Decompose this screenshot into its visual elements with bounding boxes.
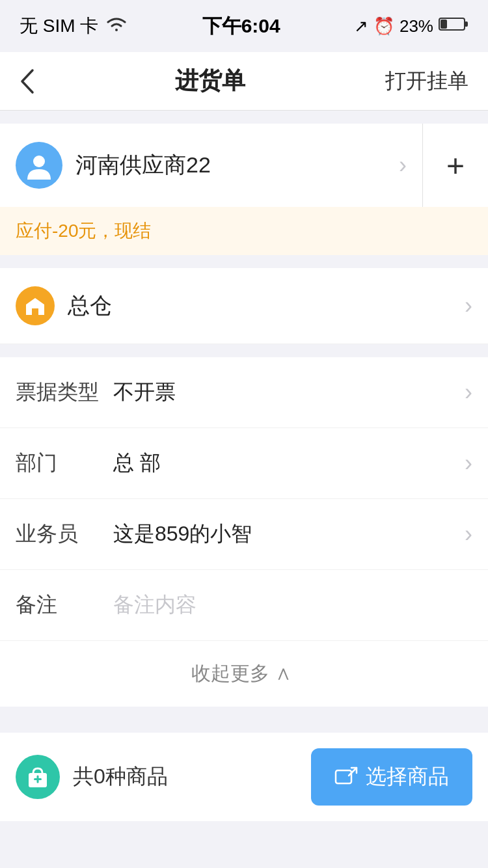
warehouse-name: 总仓 — [68, 291, 458, 321]
battery-icon — [439, 16, 468, 36]
status-bar: 无 SIM 卡 下午6:04 ↗ ⏰ 23% — [0, 0, 488, 52]
svg-rect-4 — [32, 308, 38, 315]
supplier-chevron-icon: › — [399, 152, 407, 179]
select-product-label: 选择商品 — [366, 763, 449, 791]
notice-bar: 应付-20元，现结 — [0, 207, 488, 255]
remark-row[interactable]: 备注 备注内容 — [0, 570, 488, 640]
department-label: 部门 — [16, 449, 113, 478]
status-time: 下午6:04 — [202, 13, 280, 40]
invoice-type-row[interactable]: 票据类型 不开票 › — [0, 357, 488, 428]
gap-3 — [0, 344, 488, 357]
warehouse-selector[interactable]: 总仓 › — [0, 268, 488, 344]
department-value: 总 部 — [113, 449, 458, 478]
select-product-button[interactable]: 选择商品 — [311, 748, 472, 806]
location-icon: ↗ — [354, 16, 368, 36]
supplier-name: 河南供应商22 — [75, 150, 392, 180]
salesperson-value: 这是859的小智 — [113, 520, 458, 549]
svg-rect-2 — [441, 20, 447, 29]
open-pending-button[interactable]: 打开挂单 — [385, 67, 468, 96]
invoice-type-value: 不开票 — [113, 378, 458, 407]
invoice-type-chevron-icon: › — [465, 379, 472, 406]
product-count-text: 共0种商品 — [73, 763, 311, 791]
supplier-selector[interactable]: 河南供应商22 › — [0, 124, 423, 207]
gap-4 — [0, 707, 488, 720]
svg-point-3 — [33, 156, 45, 167]
battery-text: 23% — [400, 16, 433, 36]
department-chevron-icon: › — [465, 450, 472, 477]
status-left: 无 SIM 卡 — [20, 14, 128, 38]
warehouse-chevron-icon: › — [465, 292, 472, 319]
collapse-button[interactable]: 收起更多 ∧ — [0, 640, 488, 707]
svg-rect-7 — [37, 776, 39, 783]
remark-value: 备注内容 — [113, 591, 472, 619]
carrier-text: 无 SIM 卡 — [20, 14, 98, 38]
svg-rect-1 — [465, 21, 468, 27]
warehouse-icon — [16, 286, 55, 325]
bottom-bar: 共0种商品 选择商品 — [0, 733, 488, 821]
remark-label: 备注 — [16, 591, 113, 619]
form-section: 票据类型 不开票 › 部门 总 部 › 业务员 这是859的小智 › 备注 备注… — [0, 357, 488, 640]
back-button[interactable] — [20, 68, 35, 95]
salesperson-chevron-icon: › — [465, 521, 472, 548]
add-supplier-button[interactable]: + — [423, 124, 488, 207]
invoice-type-label: 票据类型 — [16, 378, 113, 407]
wifi-icon — [105, 16, 128, 37]
supplier-section: 河南供应商22 › + — [0, 124, 488, 207]
supplier-avatar — [16, 142, 62, 189]
gap-1 — [0, 111, 488, 124]
salesperson-row[interactable]: 业务员 这是859的小智 › — [0, 499, 488, 570]
status-right: ↗ ⏰ 23% — [354, 16, 468, 36]
salesperson-label: 业务员 — [16, 520, 113, 549]
product-icon — [16, 755, 60, 799]
notice-text: 应付-20元，现结 — [16, 221, 151, 241]
alarm-icon: ⏰ — [373, 16, 394, 36]
nav-bar: 进货单 打开挂单 — [0, 52, 488, 111]
gap-2 — [0, 255, 488, 268]
page-background — [0, 821, 488, 868]
svg-rect-8 — [336, 770, 351, 783]
page-title: 进货单 — [175, 65, 245, 97]
collapse-label: 收起更多 ∧ — [191, 660, 291, 687]
department-row[interactable]: 部门 总 部 › — [0, 428, 488, 499]
